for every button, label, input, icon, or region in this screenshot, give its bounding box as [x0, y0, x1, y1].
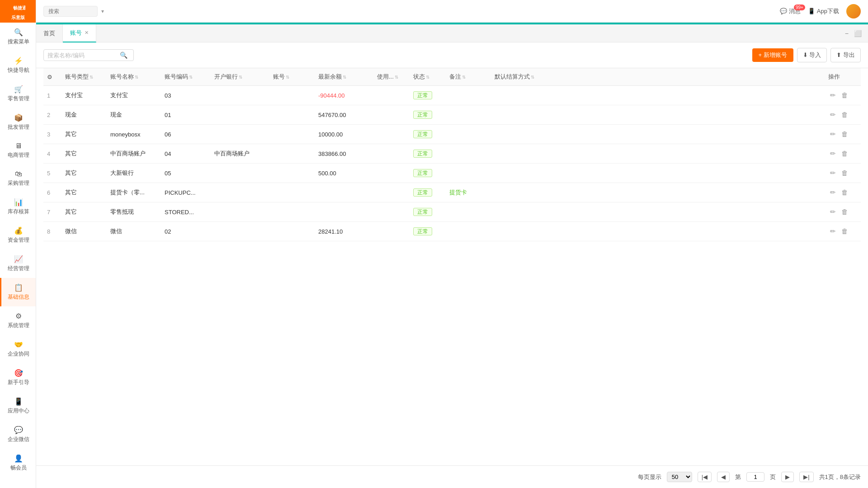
page-number-input[interactable] [746, 472, 764, 482]
cell-bank: 中百商场账户 [211, 144, 269, 164]
cell-no: 8 [43, 222, 61, 241]
sidebar-item-enterprise[interactable]: 🤝 企业协同 [0, 335, 36, 363]
delete-button[interactable]: 🗑 [840, 129, 850, 139]
col-balance: 最新余额⇅ [315, 68, 373, 86]
cell-actions: ✏ 🗑 [825, 105, 861, 125]
sidebar-item-retail[interactable]: 🛒 零售管理 [0, 80, 36, 108]
sidebar-item-finance[interactable]: 💰 资金管理 [0, 221, 36, 249]
edit-button[interactable]: ✏ [828, 110, 838, 120]
col-note: 备注⇅ [446, 68, 491, 86]
minimize-btn[interactable]: − [843, 30, 850, 37]
page-size-select[interactable]: 50 100 200 [667, 472, 692, 482]
cell-note [446, 164, 491, 183]
delete-button[interactable]: 🗑 [840, 149, 850, 158]
cell-use-status [373, 202, 410, 222]
cell-bank [211, 86, 269, 105]
user-avatar[interactable] [846, 4, 861, 19]
cell-default-settle [491, 86, 825, 105]
col-code: 账号编码⇅ [161, 68, 211, 86]
dropdown-arrow-icon[interactable]: ▾ [101, 8, 104, 14]
sidebar-item-system-label: 系统管理 [8, 322, 29, 329]
sidebar-item-member[interactable]: 👤 畅会员 [0, 449, 36, 477]
sidebar-item-guide[interactable]: 🎯 新手引导 [0, 363, 36, 392]
edit-button[interactable]: ✏ [828, 149, 838, 159]
prev-page-button[interactable]: ◀ [717, 472, 730, 482]
sidebar-item-inventory[interactable]: 📊 库存核算 [0, 192, 36, 221]
edit-button[interactable]: ✏ [828, 226, 838, 236]
edit-button[interactable]: ✏ [828, 129, 838, 139]
edit-button[interactable]: ✏ [828, 207, 838, 217]
delete-button[interactable]: 🗑 [840, 207, 850, 216]
sidebar-item-wechat[interactable]: 💬 企业微信 [0, 420, 36, 449]
tab-account[interactable]: 账号 ✕ [63, 24, 96, 42]
export-button[interactable]: ⬆ 导出 [830, 48, 861, 62]
table-row: 6 其它 提货卡（零... PICKUPC... 正常 提货卡 ✏ 🗑 [43, 183, 861, 202]
delete-button[interactable]: 🗑 [840, 188, 850, 197]
sidebar-item-search[interactable]: 🔍 搜索菜单 [0, 23, 36, 51]
sidebar-item-system[interactable]: ⚙ 系统管理 [0, 306, 36, 335]
sidebar-item-wholesale[interactable]: 📦 批发管理 [0, 108, 36, 136]
maximize-btn[interactable]: ⬜ [852, 30, 863, 37]
cell-note [446, 202, 491, 222]
add-account-button[interactable]: + 新增账号 [752, 48, 793, 62]
tab-account-close-icon[interactable]: ✕ [85, 30, 89, 36]
app-download-button[interactable]: 📱 App下载 [808, 7, 839, 15]
sidebar-item-operations[interactable]: 📈 经营管理 [0, 249, 36, 278]
sidebar-item-appcenter[interactable]: 📱 应用中心 [0, 392, 36, 420]
col-name: 账号名称⇅ [107, 68, 161, 86]
last-page-button[interactable]: ▶| [799, 472, 813, 482]
delete-button[interactable]: 🗑 [840, 226, 850, 236]
cell-status: 正常 [410, 86, 446, 105]
cell-status: 正常 [410, 125, 446, 144]
cell-account [269, 183, 315, 202]
col-use-status: 使用...⇅ [373, 68, 410, 86]
cell-balance: 500.00 [315, 164, 373, 183]
edit-button[interactable]: ✏ [828, 188, 838, 197]
cell-no: 3 [43, 125, 61, 144]
sidebar-item-shortcut[interactable]: ⚡ 快捷导航 [0, 51, 36, 80]
tab-controls: − ⬜ [839, 30, 868, 37]
cell-use-status [373, 183, 410, 202]
top-search-input[interactable] [43, 6, 98, 17]
edit-button[interactable]: ✏ [828, 168, 838, 178]
search-input[interactable] [47, 52, 120, 59]
cell-status: 正常 [410, 105, 446, 125]
status-badge: 正常 [413, 150, 432, 158]
search-input-wrap: 🔍 [43, 49, 134, 61]
cell-bank [211, 222, 269, 241]
cell-status: 正常 [410, 183, 446, 202]
cell-code: 04 [161, 144, 211, 164]
search-icon[interactable]: 🔍 [120, 52, 127, 59]
purchase-icon: 🛍 [15, 170, 22, 178]
delete-button[interactable]: 🗑 [840, 110, 850, 119]
page-size-label: 每页显示 [638, 473, 661, 481]
delete-button[interactable]: 🗑 [840, 168, 850, 178]
sidebar-item-ecommerce[interactable]: 🖥 电商管理 [0, 136, 36, 164]
total-label: 共1页，8条记录 [819, 473, 861, 481]
tab-home[interactable]: 首页 [36, 24, 63, 42]
sidebar-item-basic[interactable]: 📋 基础信息 [0, 278, 36, 306]
sidebar-item-search-label: 搜索菜单 [8, 38, 29, 46]
sidebar-item-purchase[interactable]: 🛍 采购管理 [0, 164, 36, 192]
col-actions: 操作 [825, 68, 861, 86]
table-row: 3 其它 moneybosx 06 10000.00 正常 ✏ 🗑 [43, 125, 861, 144]
cell-no: 5 [43, 164, 61, 183]
cell-code: 03 [161, 86, 211, 105]
edit-button[interactable]: ✏ [828, 90, 838, 100]
basic-icon: 📋 [14, 283, 23, 292]
app-download-label: App下载 [817, 7, 839, 15]
settings-icon[interactable]: ⚙ [47, 74, 52, 80]
import-button[interactable]: ⬇ 导入 [797, 48, 827, 62]
cell-name: 大新银行 [107, 164, 161, 183]
next-page-button[interactable]: ▶ [781, 472, 794, 482]
col-settings[interactable]: ⚙ [43, 68, 61, 86]
cell-note: 提货卡 [446, 183, 491, 202]
first-page-button[interactable]: |◀ [698, 472, 712, 482]
delete-button[interactable]: 🗑 [840, 90, 850, 100]
app-icon: 📱 [808, 8, 815, 14]
cell-use-status [373, 164, 410, 183]
table-header-row: ⚙ 账号类型⇅ 账号名称⇅ 账号编码⇅ 开户银行⇅ 账号⇅ 最新余额⇅ 使用..… [43, 68, 861, 86]
sidebar-item-wholesale-label: 批发管理 [8, 123, 29, 131]
message-button[interactable]: 💬 消息 99+ [780, 7, 801, 15]
sidebar-item-basic-label: 基础信息 [8, 293, 29, 301]
